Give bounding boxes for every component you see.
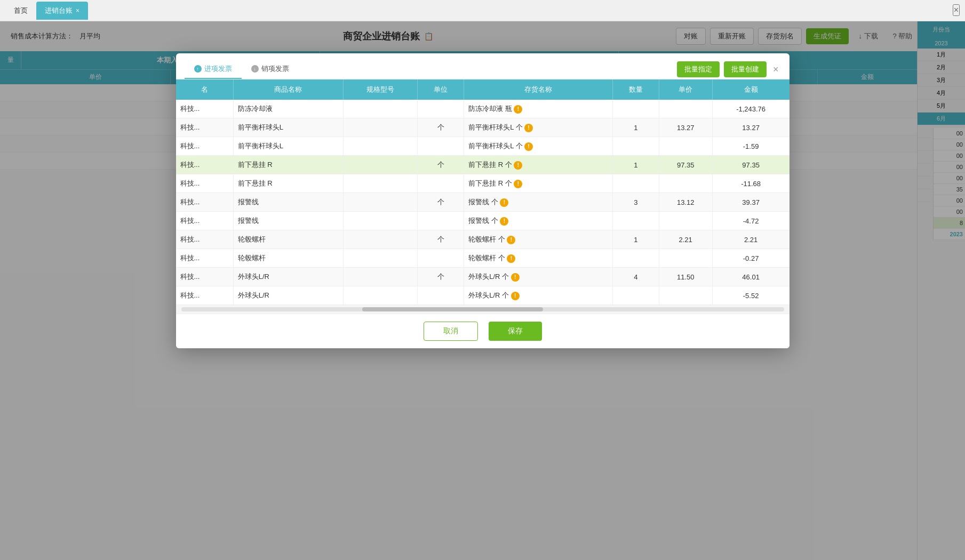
cell-name: 科技... — [176, 193, 234, 212]
col-price: 单价 — [659, 79, 712, 100]
cell-name: 科技... — [176, 212, 234, 230]
cell-spec — [344, 268, 418, 286]
cell-product-name: 防冻冷却液 — [233, 100, 343, 118]
tab-close-icon[interactable]: × — [76, 7, 79, 14]
cell-inventory-name: 轮毂螺杆 个 ! — [464, 249, 613, 268]
cell-qty — [612, 137, 659, 156]
warning-icon: ! — [514, 105, 522, 114]
warning-icon: ! — [514, 180, 522, 188]
cell-unit: 个 — [418, 156, 464, 174]
cell-name: 科技... — [176, 174, 234, 193]
cell-spec — [344, 193, 418, 212]
cell-amount: -1.59 — [712, 137, 789, 156]
cell-qty: 3 — [612, 193, 659, 212]
cell-inventory-name: 前下悬挂 R 个 ! — [464, 174, 613, 193]
table-row: 科技... 外球头L/R 外球头L/R 个 ! -5.52 — [176, 286, 789, 305]
batch-create-button[interactable]: 批量创建 — [724, 61, 767, 77]
cell-qty — [612, 212, 659, 230]
cell-qty: 1 — [612, 230, 659, 249]
cell-product-name: 轮毂螺杆 — [233, 230, 343, 249]
save-button[interactable]: 保存 — [489, 322, 542, 341]
cell-price: 11.50 — [659, 268, 712, 286]
cell-price: 2.21 — [659, 230, 712, 249]
outgoing-tab-icon: ↓ — [251, 65, 259, 73]
table-row: 科技... 前平衡杆球头L 前平衡杆球头L 个 ! -1.59 — [176, 137, 789, 156]
table-row: 科技... 外球头L/R 个 外球头L/R 个 ! 4 11.50 46.01 — [176, 268, 789, 286]
modal-table-wrapper: 名 商品名称 规格型号 单位 存货名称 数量 单价 金额 科技... 防冻冷却液 — [176, 79, 789, 305]
cell-qty: 1 — [612, 156, 659, 174]
warning-icon: ! — [514, 161, 522, 170]
modal-tab-group: ↑ 进项发票 ↓ 销项发票 — [185, 60, 299, 79]
cell-product-name: 前平衡杆球头L — [233, 118, 343, 137]
cell-product-name: 前下悬挂 R — [233, 174, 343, 193]
col-product-name: 商品名称 — [233, 79, 343, 100]
cell-qty — [612, 249, 659, 268]
cell-inventory-name: 外球头L/R 个 ! — [464, 268, 613, 286]
table-row: 科技... 防冻冷却液 防冻冷却液 瓶 ! -1,243.76 — [176, 100, 789, 118]
cell-price: 13.12 — [659, 193, 712, 212]
col-spec: 规格型号 — [344, 79, 418, 100]
cell-unit — [418, 212, 464, 230]
cell-product-name: 报警线 — [233, 193, 343, 212]
cell-product-name: 前平衡杆球头L — [233, 137, 343, 156]
cell-unit: 个 — [418, 193, 464, 212]
cell-product-name: 前下悬挂 R — [233, 156, 343, 174]
cell-unit — [418, 286, 464, 305]
batch-assign-button[interactable]: 批量指定 — [677, 61, 720, 77]
cell-price: 13.27 — [659, 118, 712, 137]
warning-icon: ! — [507, 236, 515, 244]
cell-spec — [344, 286, 418, 305]
incoming-tab-icon: ↑ — [194, 65, 202, 73]
cell-qty: 1 — [612, 118, 659, 137]
cell-inventory-name: 报警线 个 ! — [464, 212, 613, 230]
cell-spec — [344, 230, 418, 249]
tab-home[interactable]: 首页 — [5, 2, 36, 20]
tab-ledger[interactable]: 进销台账 × — [36, 2, 88, 20]
cell-name: 科技... — [176, 268, 234, 286]
cell-amount: -11.68 — [712, 174, 789, 193]
tab-outgoing-invoice[interactable]: ↓ 销项发票 — [242, 60, 299, 79]
cell-spec — [344, 100, 418, 118]
tab-incoming-invoice[interactable]: ↑ 进项发票 — [185, 60, 242, 79]
modal-scrollbar[interactable] — [176, 305, 789, 314]
cell-inventory-name: 报警线 个 ! — [464, 193, 613, 212]
invoice-modal: ↑ 进项发票 ↓ 销项发票 批量指定 批量创建 × — [176, 53, 789, 348]
cell-inventory-name: 前平衡杆球头L 个 ! — [464, 137, 613, 156]
cell-price — [659, 137, 712, 156]
modal-close-button[interactable]: × — [771, 64, 781, 75]
cell-unit: 个 — [418, 230, 464, 249]
table-row: 科技... 前平衡杆球头L 个 前平衡杆球头L 个 ! 1 13.27 13.2… — [176, 118, 789, 137]
cell-amount: 97.35 — [712, 156, 789, 174]
col-name: 名 — [176, 79, 234, 100]
cell-unit — [418, 100, 464, 118]
cell-inventory-name: 防冻冷却液 瓶 ! — [464, 100, 613, 118]
cell-price — [659, 286, 712, 305]
cell-inventory-name: 轮毂螺杆 个 ! — [464, 230, 613, 249]
cell-unit: 个 — [418, 118, 464, 137]
cell-product-name: 外球头L/R — [233, 268, 343, 286]
col-qty: 数量 — [612, 79, 659, 100]
cell-amount: -4.72 — [712, 212, 789, 230]
cell-amount: -5.52 — [712, 286, 789, 305]
col-unit: 单位 — [418, 79, 464, 100]
cell-amount: -1,243.76 — [712, 100, 789, 118]
cell-price — [659, 100, 712, 118]
cell-product-name: 外球头L/R — [233, 286, 343, 305]
cell-name: 科技... — [176, 286, 234, 305]
cell-product-name: 轮毂螺杆 — [233, 249, 343, 268]
window-close-button[interactable]: × — [953, 4, 960, 16]
cell-name: 科技... — [176, 100, 234, 118]
table-row: 科技... 前下悬挂 R 个 前下悬挂 R 个 ! 1 97.35 97.35 — [176, 156, 789, 174]
table-row: 科技... 前下悬挂 R 前下悬挂 R 个 ! -11.68 — [176, 174, 789, 193]
cell-price — [659, 212, 712, 230]
cell-amount: 2.21 — [712, 230, 789, 249]
table-row: 科技... 报警线 个 报警线 个 ! 3 13.12 39.37 — [176, 193, 789, 212]
cell-qty — [612, 286, 659, 305]
cell-spec — [344, 156, 418, 174]
warning-icon: ! — [500, 217, 508, 226]
cell-qty — [612, 100, 659, 118]
cell-price — [659, 174, 712, 193]
cancel-button[interactable]: 取消 — [424, 322, 478, 341]
cell-price — [659, 249, 712, 268]
cell-name: 科技... — [176, 230, 234, 249]
